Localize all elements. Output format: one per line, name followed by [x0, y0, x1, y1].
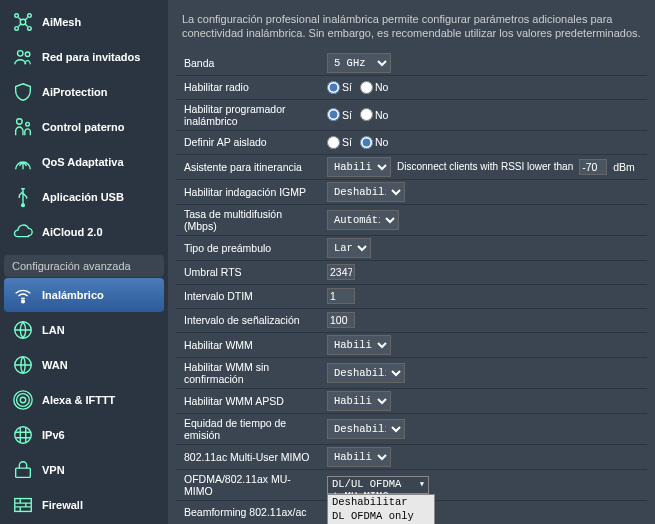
mumimo-ac-select[interactable]: Habilitar: [327, 447, 391, 467]
sidebar-advanced-header: Configuración avanzada: [4, 255, 164, 277]
sidebar-item-qos[interactable]: QoS Adaptativa: [4, 145, 164, 179]
sidebar-item-wireless[interactable]: Inalámbrico: [4, 278, 164, 312]
dtim-input[interactable]: [327, 288, 355, 304]
alexa-icon: [12, 389, 34, 411]
roaming-select[interactable]: Habilitar: [327, 157, 391, 177]
sidebar-item-usb[interactable]: Aplicación USB: [4, 180, 164, 214]
ofdma-selected[interactable]: DL/UL OFDMA + MU-MIMO: [327, 476, 429, 494]
sidebar-item-ipv6[interactable]: IPv6: [4, 418, 164, 452]
sidebar-item-alexa[interactable]: Alexa & IFTTT: [4, 383, 164, 417]
preamble-label: Tipo de preámbulo: [176, 239, 321, 257]
ofdma-dropdown[interactable]: DL/UL OFDMA + MU-MIMO Deshabilitar DL OF…: [327, 476, 429, 494]
sidebar-item-aicloud[interactable]: AiCloud 2.0: [4, 215, 164, 249]
multicast-label: Tasa de multidifusión (Mbps): [176, 205, 321, 235]
beacon-input[interactable]: [327, 312, 355, 328]
sidebar-item-lan[interactable]: LAN: [4, 313, 164, 347]
ofdma-option[interactable]: Deshabilitar: [328, 495, 434, 509]
svg-rect-18: [15, 499, 32, 512]
wmm-noack-label: Habilitar WMM sin confirmación: [176, 358, 321, 388]
igmp-label: Habilitar indagación IGMP: [176, 183, 321, 201]
band-select[interactable]: 5 GHz: [327, 53, 391, 73]
wifi-icon: [12, 284, 34, 306]
isolate-no[interactable]: No: [360, 136, 388, 149]
vpn-icon: [12, 459, 34, 481]
rts-label: Umbral RTS: [176, 263, 321, 281]
svg-point-5: [18, 51, 24, 57]
dtim-label: Intervalo DTIM: [176, 287, 321, 305]
ofdma-label: OFDMA/802.11ax MU-MIMO: [176, 470, 321, 500]
scheduler-yes[interactable]: Sí: [327, 108, 352, 121]
usb-icon: [12, 186, 34, 208]
rssi-unit: dBm: [613, 161, 635, 173]
svg-rect-17: [16, 468, 31, 477]
guest-icon: [12, 46, 34, 68]
svg-point-8: [26, 122, 30, 126]
mumimo-ac-label: 802.11ac Multi-User MIMO: [176, 448, 321, 466]
sidebar-label: VPN: [42, 464, 65, 476]
sidebar-label: WAN: [42, 359, 68, 371]
svg-point-6: [25, 52, 30, 57]
scheduler-label: Habilitar programador inalámbrico: [176, 100, 321, 130]
sidebar-item-guest[interactable]: Red para invitados: [4, 40, 164, 74]
multicast-select[interactable]: Automático: [327, 210, 399, 230]
sidebar-label: QoS Adaptativa: [42, 156, 124, 168]
radio-no[interactable]: No: [360, 81, 388, 94]
wmm-select[interactable]: Habilitar: [327, 335, 391, 355]
airtime-select[interactable]: Deshabilitar: [327, 419, 405, 439]
isolate-label: Definir AP aislado: [176, 133, 321, 151]
svg-point-1: [15, 14, 19, 18]
wmm-apsd-label: Habilitar WMM APSD: [176, 392, 321, 410]
roaming-hint: Disconnect clients with RSSI lower than: [397, 161, 573, 172]
ipv6-icon: [12, 424, 34, 446]
wan-icon: [12, 354, 34, 376]
beamforming-label: Beamforming 802.11ax/ac: [176, 503, 321, 521]
ofdma-option[interactable]: DL OFDMA only: [328, 509, 434, 523]
airtime-label: Equidad de tiempo de emisión: [176, 414, 321, 444]
ofdma-options: Deshabilitar DL OFDMA only DL/UL OFDMA D…: [327, 494, 435, 524]
sidebar-label: Control paterno: [42, 121, 125, 133]
igmp-select[interactable]: Deshabilitar: [327, 182, 405, 202]
isolate-yes[interactable]: Sí: [327, 136, 352, 149]
radio-label: Habilitar radio: [176, 78, 321, 96]
sidebar-label: AiProtection: [42, 86, 107, 98]
wmm-apsd-select[interactable]: Habilitar: [327, 391, 391, 411]
sidebar-label: Aplicación USB: [42, 191, 124, 203]
sidebar-item-firewall[interactable]: Firewall: [4, 488, 164, 522]
svg-point-7: [17, 119, 22, 125]
rts-input[interactable]: [327, 264, 355, 280]
sidebar-item-vpn[interactable]: VPN: [4, 453, 164, 487]
svg-point-9: [22, 204, 25, 207]
page-description: La configuración profesional inalámbrica…: [176, 8, 647, 51]
scheduler-no[interactable]: No: [360, 108, 388, 121]
sidebar-item-aiprotection[interactable]: AiProtection: [4, 75, 164, 109]
parental-icon: [12, 116, 34, 138]
roaming-label: Asistente para itinerancia: [176, 158, 321, 176]
sidebar-item-wan[interactable]: WAN: [4, 348, 164, 382]
sidebar-item-aimesh[interactable]: AiMesh: [4, 5, 164, 39]
firewall-icon: [12, 494, 34, 516]
sidebar-label: AiCloud 2.0: [42, 226, 103, 238]
qos-icon: [12, 151, 34, 173]
svg-point-13: [20, 397, 26, 403]
wmm-noack-select[interactable]: Deshabilitar: [327, 363, 405, 383]
sidebar-label: IPv6: [42, 429, 65, 441]
sidebar-label: Firewall: [42, 499, 83, 511]
lan-icon: [12, 319, 34, 341]
sidebar-label: LAN: [42, 324, 65, 336]
svg-point-2: [28, 14, 32, 18]
svg-point-14: [17, 394, 30, 407]
wmm-label: Habilitar WMM: [176, 336, 321, 354]
svg-point-16: [15, 427, 32, 444]
sidebar-label: Alexa & IFTTT: [42, 394, 115, 406]
svg-point-3: [15, 27, 19, 31]
sidebar-item-parental[interactable]: Control paterno: [4, 110, 164, 144]
radio-yes[interactable]: Sí: [327, 81, 352, 94]
svg-point-4: [28, 27, 32, 31]
svg-point-10: [22, 300, 25, 303]
sidebar-label: AiMesh: [42, 16, 81, 28]
rssi-input[interactable]: [579, 159, 607, 175]
sidebar-label: Inalámbrico: [42, 289, 104, 301]
sidebar-label: Red para invitados: [42, 51, 140, 63]
preamble-select[interactable]: Largo: [327, 238, 371, 258]
cloud-icon: [12, 221, 34, 243]
